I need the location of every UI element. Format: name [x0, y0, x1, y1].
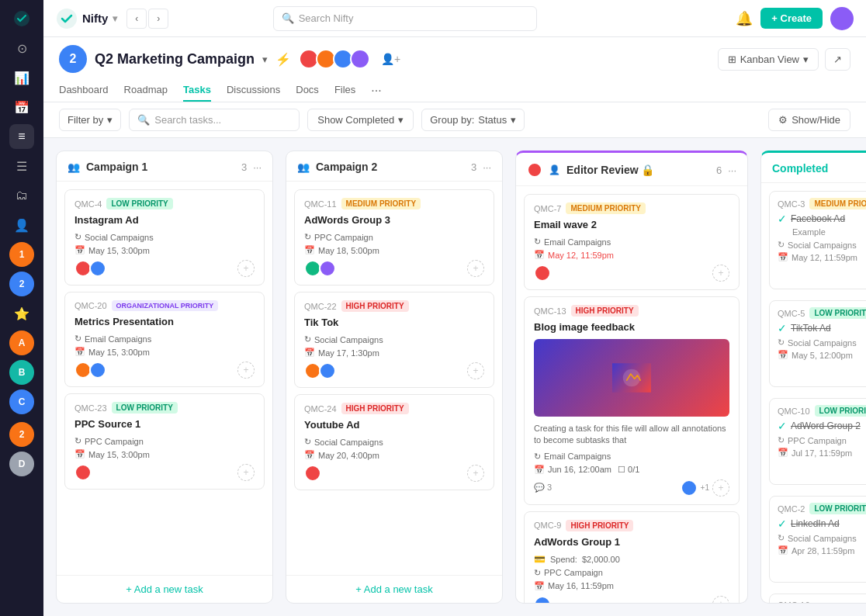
add-assignee-button[interactable]: +: [237, 260, 255, 277]
tab-files[interactable]: Files: [334, 79, 355, 102]
task-search[interactable]: 🔍 Search tasks...: [129, 109, 300, 131]
group-by-button[interactable]: Group by: Status ▾: [421, 109, 525, 131]
column-editor-review: 👤 Editor Review 🔒 6 ··· QMC-7 MEDIUM PRI…: [515, 151, 748, 604]
group-by-label: Group by:: [430, 114, 474, 126]
campaign1-count: 3: [241, 161, 247, 173]
add-assignee-button[interactable]: +: [712, 479, 729, 497]
share-button[interactable]: ↗: [825, 48, 850, 71]
sidebar-avatar-4[interactable]: D: [9, 452, 34, 476]
card-qmc22-avatars: [304, 362, 336, 379]
card-qmc4-title: Instagram Ad: [74, 214, 255, 226]
sidebar-item-home[interactable]: ⊙: [9, 36, 34, 61]
completed-card-qmc3[interactable]: QMC-3 MEDIUM PRIORITY ✓ Facebook Ad Exam…: [769, 191, 866, 289]
check-icon: ✓: [778, 213, 787, 225]
campaign2-count: 3: [471, 161, 476, 173]
sidebar-item-analytics[interactable]: 📊: [9, 65, 34, 90]
project-title-chevron[interactable]: ▾: [262, 54, 268, 65]
card-qmc4-date: 📅 May 15, 3:00pm: [74, 245, 255, 255]
date-icon: 📅: [304, 450, 315, 460]
completed-card-qmc5[interactable]: QMC-5 LOW PRIORITY ✓ TikTok Ad ↻ Social …: [769, 300, 866, 387]
app-dropdown-icon[interactable]: ▾: [113, 13, 117, 24]
sidebar-item-tasks[interactable]: ≡: [9, 124, 34, 149]
editor-review-title: Editor Review 🔒: [566, 164, 710, 176]
add-assignee-button[interactable]: +: [237, 464, 255, 481]
tab-docs[interactable]: Docs: [296, 79, 319, 102]
notifications-icon[interactable]: 🔔: [736, 10, 753, 27]
card-qmc4[interactable]: QMC-4 LOW PRIORITY Instagram Ad ↻ Social…: [64, 189, 265, 286]
filter-button[interactable]: Filter by ▾: [59, 109, 121, 131]
add-assignee-button[interactable]: +: [712, 596, 729, 603]
nav-back[interactable]: ‹: [126, 9, 147, 29]
sidebar-avatar-3[interactable]: C: [9, 389, 34, 414]
sidebar-item-portfolio[interactable]: 🗂: [9, 183, 34, 208]
card-qmc9[interactable]: QMC-9 HIGH PRIORITY AdWords Group 1 💳 Sp…: [524, 511, 740, 603]
campaign-icon: ↻: [534, 568, 541, 578]
add-assignee-button[interactable]: +: [712, 265, 729, 282]
campaign2-add-task[interactable]: + Add a new task: [286, 575, 502, 603]
sidebar-logo[interactable]: [9, 6, 34, 31]
spend-label: Spend:: [550, 555, 577, 564]
add-member-icon[interactable]: 👤+: [381, 53, 400, 65]
completed-qmc3-priority: MEDIUM PRIORITY: [809, 198, 866, 209]
tab-discussions[interactable]: Discussions: [227, 79, 280, 102]
card-qmc9-campaign: ↻ PPC Campaign: [534, 568, 729, 578]
add-assignee-button[interactable]: +: [467, 465, 484, 482]
card-qmc23[interactable]: QMC-23 LOW PRIORITY PPC Source 1 ↻ PPC C…: [64, 393, 265, 490]
card-qmc24[interactable]: QMC-24 HIGH PRIORITY Youtube Ad ↻ Social…: [294, 394, 494, 490]
check-icon: ✓: [778, 517, 787, 530]
completed-card-qmc16[interactable]: QMC-16 ✓ Monday Meeting 📅 Apr 25, 11:59p…: [769, 594, 866, 603]
nav-forward[interactable]: ›: [148, 9, 168, 29]
completed-qmc10-title: AdWord Group 2: [791, 420, 861, 431]
check-icon: ✓: [778, 420, 787, 432]
date-icon: 📅: [534, 250, 545, 260]
app-logo[interactable]: Nifty ▾: [56, 8, 117, 29]
toolbar: Filter by ▾ 🔍 Search tasks... Show Compl…: [43, 102, 866, 138]
card-qmc20[interactable]: QMC-20 ORGANIZATIONAL PRIORITY Metrics P…: [64, 292, 265, 387]
avatar: [319, 362, 336, 379]
tab-dashboard[interactable]: Dashboard: [59, 79, 109, 102]
topbar: Nifty ▾ ‹ › 🔍 Search Nifty 🔔 + Create: [43, 0, 866, 37]
sidebar-badge-2[interactable]: 2: [9, 422, 34, 447]
sidebar-item-badge-1[interactable]: 1: [9, 242, 34, 267]
card-qmc11[interactable]: QMC-11 MEDIUM PRIORITY AdWords Group 3 ↻…: [294, 189, 494, 286]
sidebar-item-calendar[interactable]: 📅: [9, 95, 34, 119]
add-assignee-button[interactable]: +: [467, 260, 484, 277]
card-qmc13[interactable]: QMC-13 HIGH PRIORITY Blog image feedback: [524, 296, 740, 505]
card-qmc20-meta: QMC-20 ORGANIZATIONAL PRIORITY: [74, 300, 255, 311]
tab-tasks[interactable]: Tasks: [183, 79, 211, 102]
show-hide-button[interactable]: ⚙ Show/Hide: [768, 109, 850, 131]
team-avatars: [299, 49, 370, 69]
completed-card-qmc10[interactable]: QMC-10 LOW PRIORITY ✓ AdWord Group 2 ↻ P…: [769, 398, 866, 485]
card-qmc7[interactable]: QMC-7 MEDIUM PRIORITY Email wave 2 ↻ Ema…: [524, 194, 740, 290]
sidebar-avatar-2[interactable]: B: [9, 360, 34, 385]
card-qmc11-title: AdWords Group 3: [304, 214, 484, 226]
tab-roadmap[interactable]: Roadmap: [124, 79, 168, 102]
campaign1-more-icon[interactable]: ···: [253, 161, 262, 173]
editor-review-more-icon[interactable]: ···: [728, 164, 736, 176]
sidebar-item-badge-2[interactable]: 2: [9, 272, 34, 296]
add-assignee-button[interactable]: +: [237, 362, 255, 379]
add-assignee-button[interactable]: +: [467, 362, 484, 379]
group-by-value: Status: [478, 114, 507, 126]
card-qmc22[interactable]: QMC-22 HIGH PRIORITY Tik Tok ↻ Social Ca…: [294, 292, 494, 388]
campaign1-add-task[interactable]: + Add a new task: [57, 575, 272, 603]
card-qmc22-date: 📅 May 17, 1:30pm: [304, 348, 484, 358]
completed-qmc3-title: Facebook Ad: [791, 213, 845, 224]
tabs-more[interactable]: ···: [371, 79, 381, 102]
create-button[interactable]: + Create: [760, 8, 823, 29]
sidebar-item-people[interactable]: 👤: [9, 213, 34, 237]
show-completed-button[interactable]: Show Completed ▾: [307, 109, 414, 131]
campaign-icon: ↻: [534, 452, 541, 462]
user-avatar[interactable]: [830, 7, 854, 30]
campaign2-more-icon[interactable]: ···: [483, 161, 491, 173]
sidebar-item-list[interactable]: ☰: [9, 154, 34, 178]
sidebar-avatar-1[interactable]: A: [9, 330, 34, 355]
sidebar-item-star[interactable]: ⭐: [9, 301, 34, 326]
card-qmc13-campaign: ↻ Email Campaigns: [534, 452, 729, 462]
kanban-view-button[interactable]: ⊞ Kanban View ▾: [718, 48, 819, 71]
global-search[interactable]: 🔍 Search Nifty: [273, 6, 537, 31]
card-qmc24-id: QMC-24: [304, 404, 337, 414]
completed-qmc3-meta: QMC-3 MEDIUM PRIORITY: [778, 198, 866, 209]
completed-qmc3-campaign: ↻ Social Campaigns: [778, 240, 866, 250]
completed-card-qmc2[interactable]: QMC-2 LOW PRIORITY ✓ LinkedIn Ad ↻ Socia…: [769, 496, 866, 583]
